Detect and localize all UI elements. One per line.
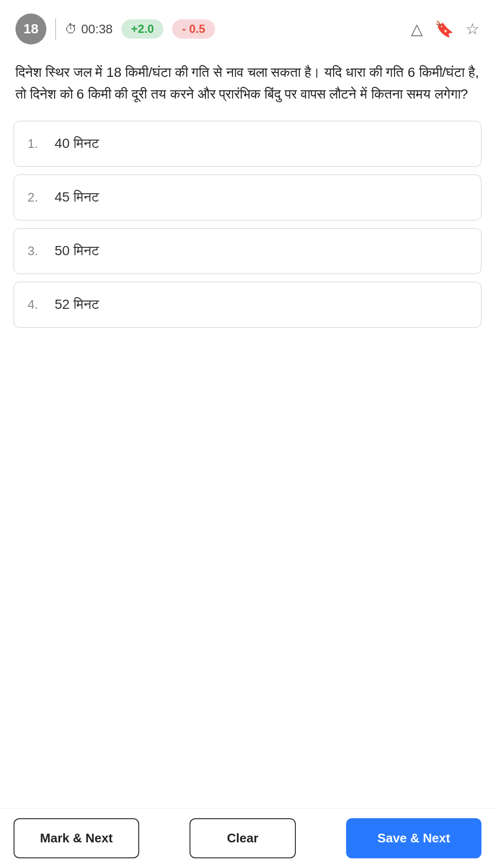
header: 18 ⏱ 00:38 +2.0 - 0.5 △ 🔖 ☆ <box>0 0 495 54</box>
star-icon[interactable]: ☆ <box>466 20 480 38</box>
option-2-number: 2. <box>28 190 45 205</box>
mark-next-button[interactable]: Mark & Next <box>14 818 139 858</box>
option-4-number: 4. <box>28 297 45 312</box>
option-2-text: 45 मिनट <box>55 189 99 205</box>
header-icons: △ 🔖 ☆ <box>411 20 480 38</box>
question-text: दिनेश स्थिर जल में 18 किमी/घंटा की गति स… <box>0 54 495 121</box>
option-3-text: 50 मिनट <box>55 243 99 259</box>
option-1[interactable]: 1. 40 मिनट <box>14 121 481 167</box>
timer-display: ⏱ 00:38 <box>65 22 113 37</box>
option-2[interactable]: 2. 45 मिनट <box>14 174 481 220</box>
save-next-button[interactable]: Save & Next <box>346 818 481 858</box>
bookmark-icon[interactable]: 🔖 <box>435 20 454 38</box>
option-1-text: 40 मिनट <box>55 136 99 152</box>
clear-button[interactable]: Clear <box>189 818 296 858</box>
alert-icon[interactable]: △ <box>411 20 423 38</box>
option-3[interactable]: 3. 50 मिनट <box>14 228 481 274</box>
option-4-text: 52 मिनट <box>55 297 99 313</box>
header-divider <box>55 18 56 40</box>
negative-marks-badge: - 0.5 <box>172 19 215 39</box>
question-number: 18 <box>15 14 46 44</box>
option-4[interactable]: 4. 52 मिनट <box>14 282 481 328</box>
bottom-bar: Mark & Next Clear Save & Next <box>0 808 495 868</box>
timer-value: 00:38 <box>81 22 113 37</box>
option-3-number: 3. <box>28 244 45 259</box>
positive-marks-badge: +2.0 <box>121 19 163 39</box>
timer-icon: ⏱ <box>65 22 77 37</box>
options-container: 1. 40 मिनट 2. 45 मिनट 3. 50 मिनट 4. 52 म… <box>0 121 495 328</box>
option-1-number: 1. <box>28 136 45 151</box>
